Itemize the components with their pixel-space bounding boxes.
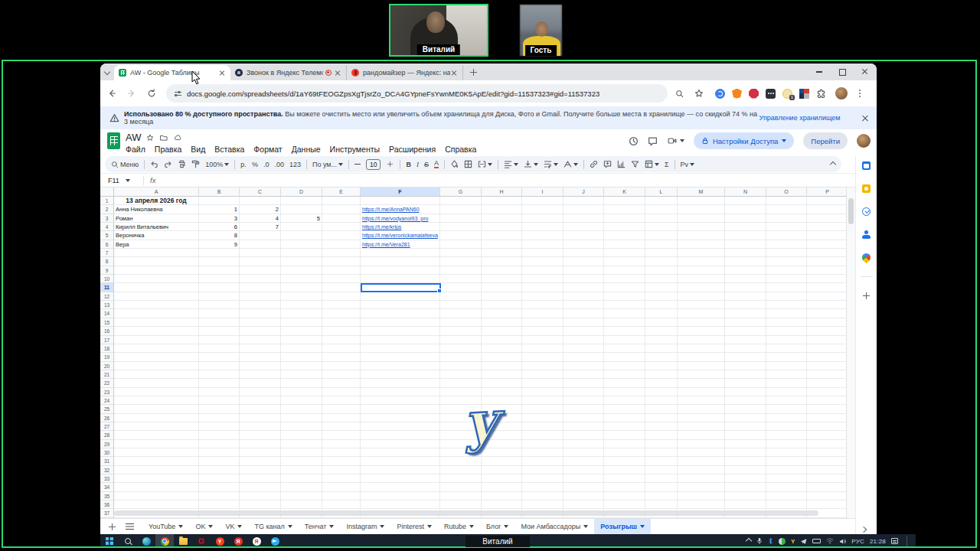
cell-I16[interactable] bbox=[522, 327, 564, 335]
cell-J14[interactable] bbox=[564, 309, 604, 318]
cell-C15[interactable] bbox=[240, 318, 281, 327]
bold-button[interactable]: B bbox=[406, 161, 411, 168]
cell-J13[interactable] bbox=[564, 301, 604, 309]
cell-O18[interactable] bbox=[766, 344, 807, 353]
cell-K6[interactable] bbox=[604, 240, 645, 249]
cell-G1[interactable] bbox=[440, 197, 482, 205]
sheet-tab[interactable]: Pinterest bbox=[390, 519, 438, 535]
cell-N20[interactable] bbox=[725, 362, 766, 370]
cell-L31[interactable] bbox=[645, 457, 678, 465]
cell-H9[interactable] bbox=[482, 266, 522, 275]
cell-I36[interactable] bbox=[522, 500, 564, 509]
cell-I9[interactable] bbox=[522, 266, 564, 275]
cell-H32[interactable] bbox=[482, 466, 522, 474]
cell-E11[interactable] bbox=[322, 283, 361, 292]
cell-F36[interactable] bbox=[361, 500, 440, 509]
cell-O4[interactable] bbox=[766, 223, 807, 231]
cell-A2[interactable]: Анна Николаевна bbox=[114, 205, 199, 214]
cell-F9[interactable] bbox=[361, 266, 440, 275]
taskbar-search-button[interactable] bbox=[119, 534, 137, 548]
cell-O8[interactable] bbox=[766, 257, 807, 266]
cell-E15[interactable] bbox=[322, 318, 361, 327]
name-box[interactable]: F11 bbox=[100, 177, 137, 184]
insert-link-icon[interactable] bbox=[590, 160, 598, 168]
cell-L9[interactable] bbox=[645, 266, 678, 275]
cell-A4[interactable]: Кирилл Витальевич bbox=[114, 223, 199, 231]
cell-K23[interactable] bbox=[604, 388, 645, 396]
menu-расширения[interactable]: Расширения bbox=[384, 144, 440, 155]
cell-K20[interactable] bbox=[604, 362, 645, 370]
cell-D8[interactable] bbox=[281, 257, 322, 266]
cell-D16[interactable] bbox=[281, 327, 322, 335]
cell-J31[interactable] bbox=[564, 457, 604, 465]
cell-D7[interactable] bbox=[281, 249, 322, 257]
row-header-22[interactable]: 22 bbox=[100, 379, 114, 387]
cell-P12[interactable] bbox=[807, 292, 846, 301]
decrease-decimals-button[interactable]: .0 bbox=[263, 161, 270, 168]
cell-L11[interactable] bbox=[645, 283, 678, 292]
cell-C34[interactable] bbox=[240, 483, 281, 491]
meet-button[interactable] bbox=[667, 136, 684, 145]
cell-E32[interactable] bbox=[322, 466, 361, 474]
row-header-26[interactable]: 26 bbox=[100, 414, 114, 422]
cell-M28[interactable] bbox=[678, 431, 725, 439]
cell-C7[interactable] bbox=[240, 249, 281, 257]
cell-C16[interactable] bbox=[240, 327, 281, 335]
cell-M9[interactable] bbox=[678, 266, 725, 275]
share-button[interactable]: Настройки Доступа bbox=[694, 132, 794, 149]
cell-H15[interactable] bbox=[482, 318, 522, 327]
cell-G32[interactable] bbox=[440, 466, 482, 474]
cell-C32[interactable] bbox=[240, 466, 281, 474]
cell-C13[interactable] bbox=[240, 301, 281, 309]
cell-N3[interactable] bbox=[725, 214, 766, 223]
cell-D27[interactable] bbox=[281, 422, 322, 431]
row-header-27[interactable]: 27 bbox=[100, 422, 114, 431]
row-header-2[interactable]: 2 bbox=[100, 205, 114, 214]
cell-B21[interactable] bbox=[199, 370, 240, 379]
cell-E17[interactable] bbox=[322, 336, 361, 344]
cell-N33[interactable] bbox=[725, 474, 766, 483]
cell-C26[interactable] bbox=[240, 414, 281, 422]
cell-P2[interactable] bbox=[807, 205, 846, 214]
collapse-toolbar-icon[interactable] bbox=[830, 161, 836, 167]
cell-L15[interactable] bbox=[645, 318, 678, 327]
cell-C20[interactable] bbox=[240, 362, 281, 370]
cell-B25[interactable] bbox=[199, 405, 240, 413]
cell-A16[interactable] bbox=[114, 327, 199, 335]
cell-G17[interactable] bbox=[440, 336, 482, 344]
cell-I3[interactable] bbox=[522, 214, 564, 223]
cell-K28[interactable] bbox=[604, 431, 645, 439]
cell-B18[interactable] bbox=[199, 344, 240, 353]
cell-O10[interactable] bbox=[766, 275, 807, 283]
cell-K4[interactable] bbox=[604, 223, 645, 231]
row-header-20[interactable]: 20 bbox=[100, 362, 114, 370]
cell-M29[interactable] bbox=[678, 440, 725, 448]
cell-J16[interactable] bbox=[564, 327, 604, 335]
cell-E3[interactable] bbox=[322, 214, 361, 223]
cell-F22[interactable] bbox=[361, 379, 440, 387]
cell-L13[interactable] bbox=[645, 301, 678, 309]
cell-P36[interactable] bbox=[807, 500, 846, 509]
cell-D13[interactable] bbox=[281, 301, 322, 309]
cell-D24[interactable] bbox=[281, 396, 322, 405]
italic-button[interactable]: I bbox=[416, 161, 419, 168]
cell-G2[interactable] bbox=[440, 205, 482, 214]
cell-P32[interactable] bbox=[807, 466, 846, 474]
format-currency-button[interactable]: р. bbox=[240, 161, 247, 168]
cell-G35[interactable] bbox=[440, 492, 482, 500]
cell-P24[interactable] bbox=[807, 396, 846, 405]
cell-E26[interactable] bbox=[322, 414, 361, 422]
cell-G6[interactable] bbox=[440, 240, 482, 249]
cell-C25[interactable] bbox=[240, 405, 281, 413]
cell-J26[interactable] bbox=[564, 414, 604, 422]
cell-I21[interactable] bbox=[522, 370, 564, 379]
cell-L7[interactable] bbox=[645, 249, 678, 257]
cell-D5[interactable] bbox=[281, 231, 322, 240]
cell-J23[interactable] bbox=[564, 388, 604, 396]
metamask-icon[interactable] bbox=[732, 89, 742, 99]
cell-N32[interactable] bbox=[725, 466, 766, 474]
cell-M21[interactable] bbox=[678, 370, 725, 379]
tray-yandex-icon[interactable]: Y bbox=[791, 538, 795, 545]
cell-O32[interactable] bbox=[766, 466, 807, 474]
cell-F4[interactable]: https://t.me/krlps bbox=[361, 223, 440, 231]
